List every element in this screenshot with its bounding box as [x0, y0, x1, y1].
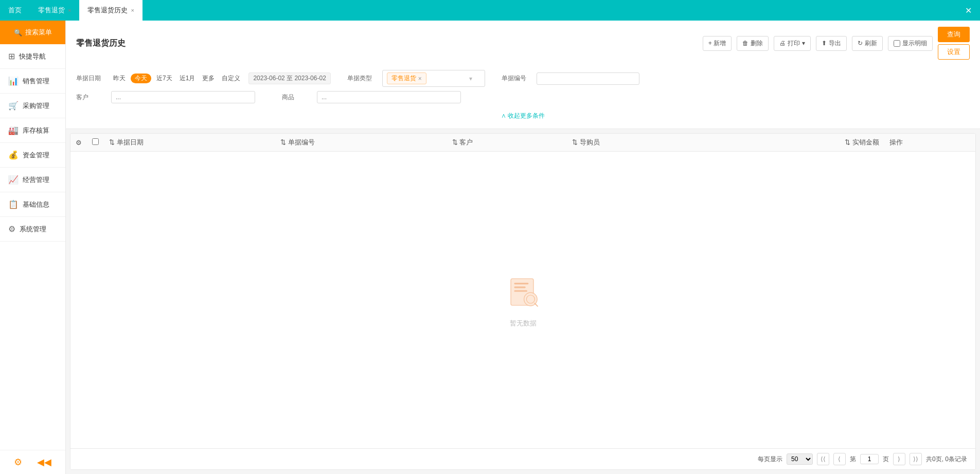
- page-number-input[interactable]: [860, 454, 879, 464]
- date-range-display[interactable]: 2023-06-02 至 2023-06-02: [248, 72, 330, 84]
- date-label: 单据日期: [76, 74, 105, 83]
- date-today[interactable]: 今天: [131, 74, 151, 83]
- sidebar-search[interactable]: 🔍 搜索菜单: [0, 21, 65, 44]
- sidebar-item-system-mgmt[interactable]: ⚙ 系统管理: [0, 217, 65, 242]
- page-size-label: 每页显示: [758, 455, 782, 464]
- filter-area: 单据日期 昨天 今天 近7天 近1月 更多 自定义 2023-06-02 至 2…: [76, 65, 970, 129]
- window-close-button[interactable]: ✕: [965, 6, 980, 15]
- tab-home[interactable]: 首页: [0, 0, 30, 21]
- refresh-icon: ↻: [858, 40, 863, 47]
- doc-type-tag-close[interactable]: ×: [418, 75, 422, 82]
- col-action: 操作: [884, 134, 975, 152]
- checkbox-col: [87, 134, 104, 152]
- tab-retail-return-close[interactable]: ×: [68, 7, 71, 13]
- top-bar: 首页 零售退货 × 零售退货历史 × ✕: [0, 0, 980, 21]
- sidebar-item-quick-nav-label: 快捷导航: [19, 52, 46, 61]
- doc-number-label: 单据编号: [502, 74, 530, 83]
- svg-rect-2: [514, 286, 525, 288]
- sidebar-item-inventory[interactable]: 🏭 库存核算: [0, 118, 65, 143]
- sidebar-item-purchase-mgmt[interactable]: 🛒 采购管理: [0, 94, 65, 118]
- sidebar-item-quick-nav[interactable]: ⊞ 快捷导航: [0, 44, 65, 69]
- search-icon: 🔍: [14, 29, 22, 37]
- new-button[interactable]: + 新增: [703, 36, 732, 51]
- tab-retail-return-history-close[interactable]: ×: [131, 7, 134, 13]
- table-header-row: ⚙ ⇅ 单据日期 ⇅ 单据编号: [70, 134, 975, 152]
- export-icon: ⬆: [822, 40, 827, 47]
- sidebar-item-inventory-label: 库存核算: [23, 126, 49, 135]
- operations-icon: 📈: [8, 175, 19, 185]
- select-all-checkbox[interactable]: [92, 138, 99, 145]
- date-custom[interactable]: 自定义: [220, 74, 242, 83]
- print-button[interactable]: 🖨 打印 ▾: [774, 36, 811, 51]
- export-button[interactable]: ⬆ 导出: [816, 36, 847, 51]
- goods-input[interactable]: [317, 91, 461, 103]
- main-layout: 🔍 搜索菜单 ⊞ 快捷导航 📊 销售管理 🛒 采购管理 🏭 库存核算 💰 资金管…: [0, 21, 980, 474]
- table-scroll-area: ⚙ ⇅ 单据日期 ⇅ 单据编号: [70, 134, 975, 448]
- settings-bottom-icon[interactable]: ⚙: [14, 457, 22, 468]
- date-7days[interactable]: 近7天: [154, 74, 174, 83]
- page-header: 零售退货历史 + 新增 🗑 删除 🖨 打印 ▾ ⬆ 导出: [66, 21, 980, 129]
- system-icon: ⚙: [8, 224, 15, 234]
- customer-label: 客户: [76, 93, 105, 102]
- collapse-button[interactable]: ∧ 收起更多条件: [501, 112, 545, 120]
- doc-type-select[interactable]: 零售退货 × ▾: [382, 70, 485, 87]
- date-yesterday[interactable]: 昨天: [111, 74, 128, 83]
- tab-retail-return-history-label: 零售退货历史: [87, 6, 128, 15]
- table-settings-icon[interactable]: ⚙: [76, 139, 82, 147]
- page-header-top: 零售退货历史 + 新增 🗑 删除 🖨 打印 ▾ ⬆ 导出: [76, 27, 970, 60]
- prev-page-button[interactable]: ⟨: [833, 453, 846, 465]
- display-detail-label: 显示明细: [902, 39, 927, 48]
- sidebar-item-basic-info[interactable]: 📋 基础信息: [0, 192, 65, 217]
- col-amount-label: 实销金额: [852, 138, 879, 146]
- refresh-button[interactable]: ↻ 刷新: [852, 36, 883, 51]
- pagination: 每页显示 50 100 200 ⟨⟨ ⟨ 第 页 ⟩ ⟩⟩ 共0页, 0条记录: [70, 448, 975, 469]
- sidebar-item-finance-label: 资金管理: [23, 151, 49, 160]
- delete-button[interactable]: 🗑 删除: [737, 36, 769, 51]
- tab-retail-return[interactable]: 零售退货 ×: [30, 0, 79, 21]
- col-customer-label: 客户: [459, 138, 473, 146]
- date-1month[interactable]: 近1月: [177, 74, 198, 83]
- display-detail-checkbox[interactable]: [894, 40, 900, 47]
- date-options: 昨天 今天 近7天 近1月 更多 自定义: [111, 74, 242, 83]
- delete-label: 删除: [751, 39, 763, 48]
- doc-type-chevron: ▾: [469, 75, 472, 82]
- last-page-button[interactable]: ⟩⟩: [910, 453, 922, 465]
- first-page-button[interactable]: ⟨⟨: [817, 453, 829, 465]
- finance-icon: 💰: [8, 150, 19, 160]
- svg-rect-3: [514, 290, 527, 291]
- quick-nav-icon: ⊞: [8, 51, 15, 61]
- page-size-select[interactable]: 50 100 200: [787, 453, 813, 465]
- col-amount: ⇅ 实销金额: [713, 134, 884, 152]
- col-doc-date: ⇅ 单据日期: [104, 134, 275, 152]
- audio-icon[interactable]: ◀◀: [37, 457, 51, 468]
- goods-label: 商品: [282, 93, 311, 102]
- total-text: 共0页, 0条记录: [926, 455, 967, 464]
- sidebar-item-purchase-label: 采购管理: [23, 101, 49, 111]
- display-detail-button[interactable]: 显示明细: [888, 36, 933, 51]
- page-title: 零售退货历史: [76, 38, 126, 49]
- sidebar-item-system-label: 系统管理: [20, 225, 46, 234]
- doc-number-input[interactable]: [537, 72, 639, 85]
- tab-bar: 首页 零售退货 × 零售退货历史 ×: [0, 0, 965, 21]
- col-doc-number: ⇅ 单据编号: [275, 134, 447, 152]
- sidebar-item-finance[interactable]: 💰 资金管理: [0, 143, 65, 168]
- print-icon: 🖨: [779, 40, 786, 47]
- col-doc-date-label: 单据日期: [117, 138, 144, 146]
- sidebar-search-label: 搜索菜单: [25, 28, 52, 37]
- filter-row-2: 客户 商品: [76, 91, 970, 103]
- sidebar-item-operations[interactable]: 📈 经营管理: [0, 168, 65, 192]
- col-action-label: 操作: [889, 138, 903, 146]
- query-button[interactable]: 查询: [938, 27, 970, 42]
- collapse-row: ∧ 收起更多条件: [76, 107, 970, 123]
- setting-button[interactable]: 设置: [938, 44, 970, 60]
- doc-type-tag: 零售退货 ×: [387, 72, 426, 84]
- print-label: 打印: [788, 39, 800, 48]
- sales-icon: 📊: [8, 76, 19, 86]
- customer-input[interactable]: [111, 91, 255, 103]
- date-more[interactable]: 更多: [200, 74, 217, 83]
- tab-retail-return-history[interactable]: 零售退货历史 ×: [79, 0, 142, 21]
- sidebar-item-sales-mgmt[interactable]: 📊 销售管理: [0, 69, 65, 94]
- next-page-button[interactable]: ⟩: [893, 453, 905, 465]
- empty-text: 暂无数据: [510, 319, 537, 328]
- export-label: 导出: [829, 39, 841, 48]
